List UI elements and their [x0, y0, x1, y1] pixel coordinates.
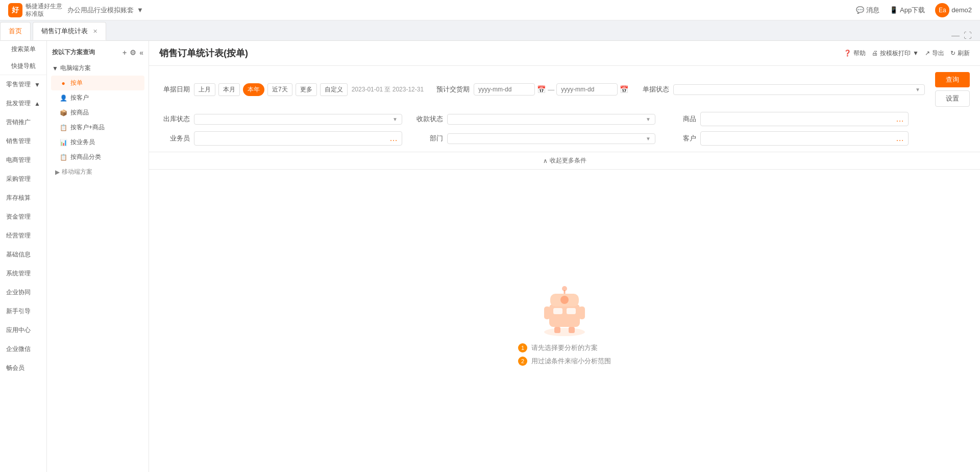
scheme-panel: 按以下方案查询 + ⚙ « ▼ 电脑端方案 ● 按单 👤 按	[47, 41, 149, 472]
empty-tip-1: 1 请先选择要分析的方案	[518, 343, 611, 352]
customer-more-icon[interactable]: …	[896, 134, 904, 143]
tab-home-label: 首页	[9, 27, 22, 36]
tab-minimize-icon[interactable]: —	[951, 31, 960, 40]
help-button[interactable]: ❓ 帮助	[844, 49, 866, 58]
date-last-month[interactable]: 上月	[194, 83, 215, 96]
scheme-by-staff-label: 按业务员	[70, 138, 95, 147]
empty-tip-2: 2 用过滤条件来缩小分析范围	[518, 357, 611, 366]
tab-close-icon[interactable]: ✕	[93, 28, 97, 35]
tab-bar: 首页 销售订单统计表 ✕ — ⛶	[0, 20, 980, 41]
outbound-select[interactable]: ▼	[194, 114, 402, 125]
date-last-7[interactable]: 近7天	[267, 83, 292, 96]
refresh-button[interactable]: ↻ 刷新	[950, 49, 970, 58]
salesperson-select[interactable]: …	[194, 131, 402, 146]
calendar-start-icon[interactable]: 📅	[537, 85, 546, 93]
salesperson-more-icon[interactable]: …	[389, 134, 398, 143]
scheme-pc-group-title[interactable]: ▼ 电脑端方案	[51, 61, 144, 76]
expected-date-start[interactable]	[474, 83, 535, 96]
expected-date-end[interactable]	[556, 83, 618, 96]
scheme-by-product-icon: 📦	[59, 109, 67, 117]
sidebar-item-sales[interactable]: 销售管理	[0, 132, 46, 151]
collapse-bar[interactable]: ∧ 收起更多条件	[149, 152, 980, 170]
date-label: 单据日期	[159, 85, 190, 94]
messages-button[interactable]: 💬 消息	[856, 6, 879, 15]
scheme-mobile-label: 移动端方案	[62, 168, 92, 176]
scheme-add-icon[interactable]: +	[122, 49, 127, 57]
scheme-item-by-category[interactable]: 📋 按商品分类	[51, 150, 144, 164]
date-this-year[interactable]: 本年	[243, 83, 264, 96]
svg-point-0	[544, 328, 585, 336]
calendar-end-icon[interactable]: 📅	[620, 85, 628, 93]
svg-rect-5	[579, 306, 585, 319]
sidebar-item-newbie[interactable]: 新手引导	[0, 302, 46, 321]
scheme-collapse-icon[interactable]: «	[139, 49, 143, 57]
print-button[interactable]: 🖨 按模板打印 ▼	[872, 49, 919, 58]
sidebar-item-wechat[interactable]: 企业微信	[0, 340, 46, 359]
sidebar-item-system-label: 系统管理	[6, 269, 31, 278]
svg-rect-4	[544, 306, 550, 319]
sidebar-item-inventory-label: 库存核算	[6, 194, 31, 202]
scheme-by-staff-icon: 📊	[59, 138, 67, 147]
sidebar-item-basic[interactable]: 基础信息	[0, 245, 46, 264]
page-header-actions: ❓ 帮助 🖨 按模板打印 ▼ ↗ 导出 ↻ 刷新	[844, 49, 970, 64]
product-select[interactable]: …	[700, 112, 909, 126]
sidebar-item-appstore[interactable]: 应用中心	[0, 321, 46, 340]
date-more[interactable]: 更多	[296, 83, 317, 96]
export-button[interactable]: ↗ 导出	[925, 49, 944, 58]
scheme-item-by-product[interactable]: 📦 按商品	[51, 105, 144, 120]
setting-button[interactable]: 设置	[935, 90, 970, 107]
filter-area: 单据日期 上月 本月 本年 近7天 更多 自定义 2023-01-01 至 20…	[149, 66, 980, 152]
sidebar-item-wholesale[interactable]: 批发管理 ▲	[0, 94, 46, 113]
print-dropdown-icon[interactable]: ▼	[913, 50, 919, 57]
salesperson-label: 业务员	[159, 134, 190, 143]
logo-icon: 好	[8, 3, 22, 17]
user-menu[interactable]: Ea demo2	[935, 3, 972, 17]
tab-bar-right: — ⛶	[951, 31, 980, 40]
sidebar: 搜索菜单 快捷导航 零售管理 ▼ 批发管理 ▲ 营销推广 销售管理 电商管理 采…	[0, 41, 47, 472]
scheme-item-by-customer[interactable]: 👤 按客户	[51, 90, 144, 105]
tab-home[interactable]: 首页	[0, 22, 31, 40]
outbound-dropdown-icon: ▼	[393, 116, 398, 122]
sidebar-item-member-label: 畅会员	[6, 364, 24, 372]
product-more-icon[interactable]: …	[896, 114, 904, 124]
status-label: 单据状态	[639, 85, 669, 94]
scheme-settings-icon[interactable]: ⚙	[130, 49, 136, 57]
sidebar-item-inventory[interactable]: 库存核算	[0, 188, 46, 207]
sidebar-quick-nav[interactable]: 快捷导航	[0, 58, 46, 75]
sidebar-item-retail[interactable]: 零售管理 ▼	[0, 75, 46, 94]
payment-select[interactable]: ▼	[447, 114, 655, 125]
sidebar-item-enterprise[interactable]: 企业协同	[0, 283, 46, 302]
breadcrumb-area[interactable]: 办公用品行业模拟账套 ▼	[67, 6, 143, 15]
sidebar-item-purchase[interactable]: 采购管理	[0, 170, 46, 188]
scheme-mobile-arrow: ▶	[55, 169, 60, 176]
customer-select[interactable]: …	[700, 131, 909, 146]
date-this-month[interactable]: 本月	[218, 83, 240, 96]
breadcrumb-text: 办公用品行业模拟账套	[67, 6, 134, 15]
page-header: 销售订单统计表(按单) ❓ 帮助 🖨 按模板打印 ▼ ↗ 导出	[149, 41, 980, 66]
sidebar-item-finance[interactable]: 资金管理	[0, 207, 46, 226]
tab-maximize-icon[interactable]: ⛶	[964, 31, 972, 40]
empty-tip-1-text: 请先选择要分析的方案	[531, 343, 598, 352]
app-download-button[interactable]: 📱 App下载	[890, 6, 925, 15]
breadcrumb-dropdown-icon[interactable]: ▼	[137, 6, 143, 14]
collapse-label: 收起更多条件	[550, 156, 586, 165]
sidebar-item-ecommerce[interactable]: 电商管理	[0, 151, 46, 170]
date-custom[interactable]: 自定义	[320, 83, 348, 96]
collapse-button[interactable]: ∧ 收起更多条件	[543, 156, 586, 165]
outbound-label: 出库状态	[159, 114, 190, 124]
scheme-item-by-cust-prod[interactable]: 📋 按客户+商品	[51, 120, 144, 135]
sidebar-search-menu[interactable]: 搜索菜单	[0, 41, 46, 58]
tab-sales-stat[interactable]: 销售订单统计表 ✕	[33, 22, 106, 40]
sidebar-item-member[interactable]: 畅会员	[0, 359, 46, 377]
query-button[interactable]: 查询	[935, 72, 970, 87]
sidebar-item-operation[interactable]: 经营管理	[0, 226, 46, 245]
sidebar-item-marketing[interactable]: 营销推广	[0, 113, 46, 132]
department-select[interactable]: ▼	[447, 133, 655, 144]
empty-tip-2-text: 用过滤条件来缩小分析范围	[531, 357, 611, 366]
scheme-item-by-staff[interactable]: 📊 按业务员	[51, 135, 144, 150]
status-select[interactable]: ▼	[673, 84, 925, 95]
scheme-item-by-order[interactable]: ● 按单	[51, 76, 144, 90]
sidebar-item-system[interactable]: 系统管理	[0, 264, 46, 283]
scheme-mobile-group[interactable]: ▶ 移动端方案	[47, 164, 149, 179]
empty-illustration	[534, 276, 595, 337]
